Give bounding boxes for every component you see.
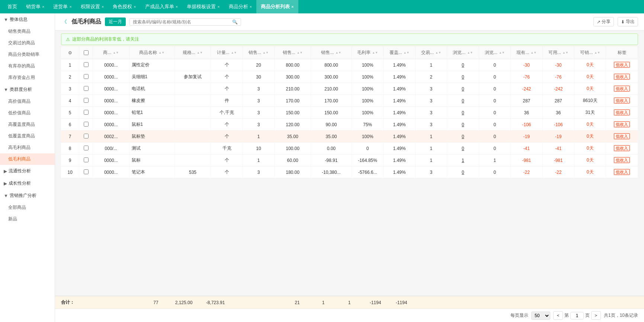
row-checkbox[interactable] [84,146,89,150]
search-icon[interactable]: 🔍 [232,19,238,25]
sidebar-item-capital[interactable]: 库存资金占用 [0,72,55,83]
nav-purchase-close[interactable]: × [69,4,71,9]
nav-roles[interactable]: 角色授权 × [108,0,140,13]
sidebar-group-growth[interactable]: ▶ 成长性分析 [0,177,55,189]
row-current: -30 [511,59,542,71]
sidebar-group-marketing[interactable]: ▼ 营销推广分析 [0,189,55,202]
sidebar-group-cluster[interactable]: ▼ 类群度分析 [0,83,55,96]
nav-template[interactable]: 单据模板设置 × [182,0,224,13]
col-header-check[interactable] [79,47,93,59]
sidebar-item-high-value[interactable]: 高价值商品 [0,96,55,107]
nav-product-analysis-list-close[interactable]: × [291,4,294,9]
col-header-tag[interactable]: 标签 [606,47,638,59]
row-gross-margin: 100% [352,107,383,119]
sidebar-item-new-goods[interactable]: 新品 [0,213,55,225]
row-current: -106 [511,119,542,131]
row-view1[interactable]: 0 [447,95,479,107]
row-checkbox[interactable] [84,134,89,138]
nav-product-entry-close[interactable]: × [176,4,178,9]
col-header-coverage[interactable]: 覆盖...▲▼ [384,47,415,59]
sidebar-item-category-sales[interactable]: 商品分类助销率 [0,49,55,60]
row-check[interactable] [79,143,93,154]
sidebar-item-high-coverage[interactable]: 高覆盖度商品 [0,119,55,130]
row-view1[interactable]: 0 [447,83,479,95]
col-header-code[interactable]: 商...▲▼ [93,47,129,59]
row-checkbox[interactable] [84,86,89,91]
prev-page-button[interactable]: ＜ [553,311,563,320]
row-check[interactable] [79,154,93,166]
col-header-gross[interactable]: 毛利率▲▼ [352,47,383,59]
select-all-checkbox[interactable] [84,50,89,55]
col-header-sale-days[interactable]: 可销...▲▼ [574,47,606,59]
nav-product-analysis-list[interactable]: 商品分析列表 × [256,0,298,13]
row-checkbox[interactable] [84,98,89,103]
sidebar-group-circulation[interactable]: ▶ 流通性分析 [0,165,55,177]
row-checkbox[interactable] [84,169,89,174]
row-view1[interactable]: 0 [447,119,479,131]
nav-sales[interactable]: 销货单 × [22,0,49,13]
sidebar-item-high-margin[interactable]: 高毛利商品 [0,142,55,153]
col-header-view1[interactable]: 浏览...▲▼ [447,47,479,59]
row-check[interactable] [79,95,93,107]
row-check[interactable] [79,166,93,178]
next-page-button[interactable]: ＞ [591,311,601,320]
row-gross-margin: 100% [352,131,383,143]
sidebar-item-low-coverage[interactable]: 低覆盖度商品 [0,130,55,142]
row-check[interactable] [79,71,93,83]
nav-product-analysis[interactable]: 商品分析 × [224,0,256,13]
nav-template-close[interactable]: × [217,4,220,9]
col-header-trade[interactable]: 交易...▲▼ [415,47,447,59]
col-header-sale-price[interactable]: 销售...▲▼ [275,47,311,59]
sidebar-group-overall[interactable]: ▼ 整体信息 [0,13,55,26]
col-header-spec[interactable]: 规格...▲▼ [174,47,211,59]
row-checkbox[interactable] [84,62,89,67]
row-check[interactable] [79,107,93,119]
sidebar-item-low-margin[interactable]: 低毛利商品 [0,153,55,165]
row-view1[interactable]: 0 [447,71,479,83]
col-header-name[interactable]: 商品名称▲▼ [129,47,174,59]
row-view1[interactable]: 0 [447,59,479,71]
nav-home[interactable]: 首页 [3,0,22,13]
per-page-select[interactable]: 50 100 200 [531,312,550,320]
sidebar-item-all-goods[interactable]: 全部商品 [0,202,55,213]
col-header-sale-amt[interactable]: 销售...▲▼ [311,47,352,59]
search-input[interactable] [133,19,231,25]
col-header-current[interactable]: 现有...▲▼ [511,47,542,59]
nav-product-entry[interactable]: 产成品入库单 × [141,0,182,13]
row-check[interactable] [79,131,93,143]
nav-roles-close[interactable]: × [134,4,136,9]
col-header-sale-qty[interactable]: 销售...▲▼ [243,47,274,59]
row-checkbox[interactable] [84,157,89,162]
nav-purchase[interactable]: 进货单 × [49,0,76,13]
nav-permissions-close[interactable]: × [102,4,104,9]
filter-recent-month-button[interactable]: 近一月 [105,17,126,26]
row-view1[interactable]: 0 [447,131,479,143]
col-header-view2[interactable]: 浏览...▲▼ [479,47,510,59]
row-checkbox[interactable] [84,110,89,115]
total-sale-price: 2,125.00 [169,300,199,305]
row-unit: 个 [211,59,243,71]
sidebar-item-low-value[interactable]: 低价值商品 [0,107,55,119]
row-checkbox[interactable] [84,74,89,79]
row-check[interactable] [79,119,93,131]
col-header-available[interactable]: 可用...▲▼ [542,47,574,59]
nav-product-analysis-close[interactable]: × [250,4,252,9]
export-button[interactable]: ⬇ 导出 [618,17,638,26]
row-view1[interactable]: 0 [447,166,479,178]
col-header-unit[interactable]: 计量...▲▼ [211,47,243,59]
row-check[interactable] [79,59,93,71]
share-button[interactable]: ↗ 分享 [593,17,614,26]
row-view1[interactable]: 1 [447,154,479,166]
sidebar-item-sales-goods[interactable]: 销售类商品 [0,26,55,37]
collapse-sidebar-button[interactable]: 《 [61,18,68,26]
current-page-input[interactable] [570,312,584,319]
row-view1[interactable]: 0 [447,143,479,154]
row-checkbox[interactable] [84,122,89,127]
col-header-settings[interactable]: ⚙ [61,47,79,59]
row-check[interactable] [79,83,93,95]
row-view1[interactable]: 0 [447,107,479,119]
nav-sales-close[interactable]: × [42,4,44,9]
sidebar-item-traded-goods[interactable]: 交易过的商品 [0,37,55,49]
nav-permissions[interactable]: 权限设置 × [76,0,108,13]
sidebar-item-inventory-goods[interactable]: 有库存的商品 [0,60,55,72]
